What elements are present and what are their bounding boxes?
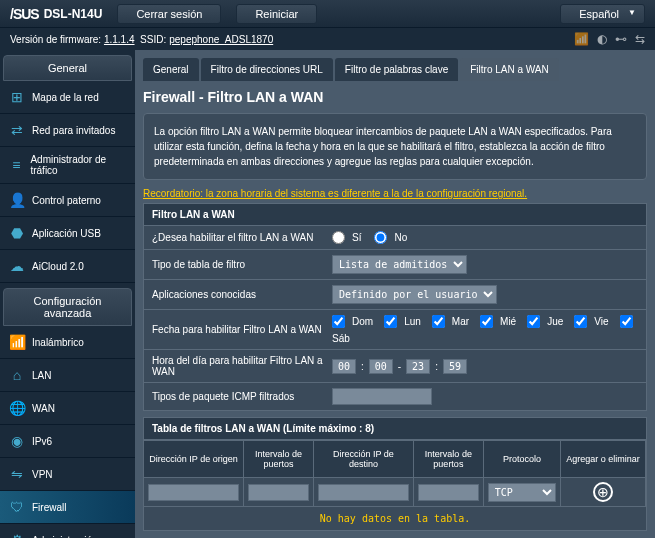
sidebar-item-aplicación-usb[interactable]: ⬣Aplicación USB bbox=[0, 217, 135, 250]
table-type-label: Tipo de tabla de filtro bbox=[152, 259, 332, 270]
col-src-ip: Dirección IP de origen bbox=[144, 441, 244, 477]
sidebar-icon: ⇋ bbox=[8, 465, 26, 483]
day-checkbox-dom[interactable] bbox=[332, 315, 345, 328]
day-label: Vie bbox=[594, 316, 608, 327]
timezone-warning[interactable]: Recordatorio: la zona horaria del sistem… bbox=[143, 188, 647, 199]
col-port1: Intervalo de puertos bbox=[244, 441, 314, 477]
ssid-label: SSID: bbox=[140, 34, 166, 45]
tab-general[interactable]: General bbox=[143, 58, 199, 81]
ssid-link[interactable]: pepephone_ADSL1870 bbox=[169, 34, 273, 45]
sidebar-head-general: General bbox=[3, 55, 132, 81]
port2-input[interactable] bbox=[418, 484, 479, 501]
day-label: Dom bbox=[352, 316, 373, 327]
sidebar-label: Administración bbox=[32, 535, 98, 539]
sidebar-item-administración[interactable]: ⚙Administración bbox=[0, 524, 135, 538]
sidebar-icon: ◉ bbox=[8, 432, 26, 450]
tabs: GeneralFiltro de direcciones URLFiltro d… bbox=[143, 58, 647, 81]
sidebar-icon: ⚙ bbox=[8, 531, 26, 538]
time-m2-input[interactable] bbox=[443, 359, 467, 374]
port1-input[interactable] bbox=[248, 484, 309, 501]
sidebar-label: Control paterno bbox=[32, 195, 101, 206]
sidebar-icon: ⬣ bbox=[8, 224, 26, 242]
tab-filtro-de-direcciones-url[interactable]: Filtro de direcciones URL bbox=[201, 58, 333, 81]
sidebar-item-vpn[interactable]: ⇋VPN bbox=[0, 458, 135, 491]
icmp-label: Tipos de paquete ICMP filtrados bbox=[152, 391, 332, 402]
enable-label: ¿Desea habilitar el filtro LAN a WAN bbox=[152, 232, 332, 243]
brand-logo: /SUS bbox=[10, 6, 39, 22]
sidebar-item-ipv6[interactable]: ◉IPv6 bbox=[0, 425, 135, 458]
sidebar-item-red-para-invitados[interactable]: ⇄Red para invitados bbox=[0, 114, 135, 147]
time-h2-input[interactable] bbox=[406, 359, 430, 374]
day-checkbox-mar[interactable] bbox=[432, 315, 445, 328]
logout-button[interactable]: Cerrar sesión bbox=[117, 4, 221, 24]
no-label: No bbox=[394, 232, 407, 243]
tab-filtro-lan-a-wan[interactable]: Filtro LAN a WAN bbox=[460, 58, 559, 81]
add-row-button[interactable]: ⊕ bbox=[593, 482, 613, 502]
sidebar-label: AiCloud 2.0 bbox=[32, 261, 84, 272]
page-title: Firewall - Filtro LAN a WAN bbox=[143, 89, 647, 105]
tab-filtro-de-palabras-clave[interactable]: Filtro de palabras clave bbox=[335, 58, 458, 81]
sidebar-icon: ⇄ bbox=[8, 121, 26, 139]
icmp-input[interactable] bbox=[332, 388, 432, 405]
sidebar-item-lan[interactable]: ⌂LAN bbox=[0, 359, 135, 392]
col-action: Agregar o eliminar bbox=[561, 441, 646, 477]
apps-label: Aplicaciones conocidas bbox=[152, 289, 332, 300]
sidebar-icon: 📶 bbox=[8, 333, 26, 351]
apps-select[interactable]: Definido por el usuario bbox=[332, 285, 497, 304]
time-m1-input[interactable] bbox=[369, 359, 393, 374]
day-checkbox-jue[interactable] bbox=[527, 315, 540, 328]
dst-ip-input[interactable] bbox=[318, 484, 409, 501]
sidebar-icon: ⌂ bbox=[8, 366, 26, 384]
sidebar-label: WAN bbox=[32, 403, 55, 414]
sidebar-item-firewall[interactable]: 🛡Firewall bbox=[0, 491, 135, 524]
sidebar-icon: 🌐 bbox=[8, 399, 26, 417]
col-port2: Intervalo de puertos bbox=[414, 441, 484, 477]
info-bar: Versión de firmware: 1.1.1.4 SSID: pepep… bbox=[0, 28, 655, 50]
proto-select[interactable]: TCP bbox=[488, 483, 556, 502]
sidebar-icon: ☁ bbox=[8, 257, 26, 275]
day-label: Mar bbox=[452, 316, 469, 327]
language-button[interactable]: Español bbox=[560, 4, 645, 24]
sidebar-item-mapa-de-la-red[interactable]: ⊞Mapa de la red bbox=[0, 81, 135, 114]
table-input-row: TCP ⊕ bbox=[143, 478, 647, 507]
wan-icon: ◐ bbox=[597, 32, 607, 46]
day-label: Mié bbox=[500, 316, 516, 327]
sidebar-label: VPN bbox=[32, 469, 53, 480]
fw-label: Versión de firmware: bbox=[10, 34, 101, 45]
wifi-icon: 📶 bbox=[574, 32, 589, 46]
sidebar-icon: ⊞ bbox=[8, 88, 26, 106]
sidebar-icon: ≡ bbox=[8, 156, 24, 174]
enable-no-radio[interactable] bbox=[374, 231, 387, 244]
sidebar-item-administrador-de-tráfico[interactable]: ≡Administrador de tráfico bbox=[0, 147, 135, 184]
description-panel: La opción filtro LAN a WAN permite bloqu… bbox=[143, 113, 647, 180]
table-header: Dirección IP de origen Intervalo de puer… bbox=[143, 440, 647, 478]
status-icons: 📶 ◐ ⊷ ⇆ bbox=[574, 32, 645, 46]
day-checkbox-lun[interactable] bbox=[384, 315, 397, 328]
sidebar-item-wan[interactable]: 🌐WAN bbox=[0, 392, 135, 425]
sidebar: General ⊞Mapa de la red⇄Red para invitad… bbox=[0, 50, 135, 538]
col-dst-ip: Dirección IP de destino bbox=[314, 441, 414, 477]
sidebar-label: Mapa de la red bbox=[32, 92, 99, 103]
day-checkbox-sáb[interactable] bbox=[620, 315, 633, 328]
sidebar-label: Firewall bbox=[32, 502, 66, 513]
sidebar-item-aicloud-2.0[interactable]: ☁AiCloud 2.0 bbox=[0, 250, 135, 283]
date-label: Fecha para habilitar Filtro LAN a WAN bbox=[152, 324, 332, 335]
sidebar-label: Inalámbrico bbox=[32, 337, 84, 348]
col-proto: Protocolo bbox=[484, 441, 561, 477]
reboot-button[interactable]: Reiniciar bbox=[236, 4, 317, 24]
time-h1-input[interactable] bbox=[332, 359, 356, 374]
day-checkbox-mié[interactable] bbox=[480, 315, 493, 328]
sidebar-item-inalámbrico[interactable]: 📶Inalámbrico bbox=[0, 326, 135, 359]
fw-version-link[interactable]: 1.1.1.4 bbox=[104, 34, 135, 45]
enable-yes-radio[interactable] bbox=[332, 231, 345, 244]
table-type-select[interactable]: Lista de admitidos bbox=[332, 255, 467, 274]
sidebar-item-control-paterno[interactable]: 👤Control paterno bbox=[0, 184, 135, 217]
model-label: DSL-N14U bbox=[44, 7, 103, 21]
sidebar-head-advanced: Configuración avanzada bbox=[3, 288, 132, 326]
src-ip-input[interactable] bbox=[148, 484, 239, 501]
top-bar: /SUS DSL-N14U Cerrar sesión Reiniciar Es… bbox=[0, 0, 655, 28]
day-checkbox-vie[interactable] bbox=[574, 315, 587, 328]
sidebar-label: Aplicación USB bbox=[32, 228, 101, 239]
day-label: Lun bbox=[404, 316, 421, 327]
link-icon: ⇆ bbox=[635, 32, 645, 46]
